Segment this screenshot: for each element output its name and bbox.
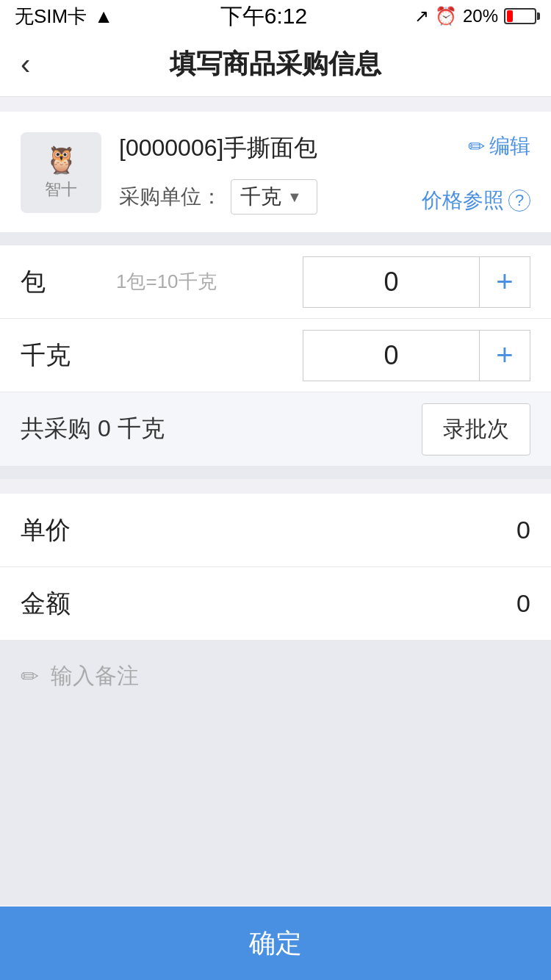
kg-input-right: + (303, 330, 530, 381)
bag-plus-button[interactable]: + (479, 256, 530, 308)
amount-row: 金额 0 (0, 567, 551, 641)
page-title: 填写商品采购信息 (170, 46, 381, 82)
unit-select[interactable]: 千克 ▼ (231, 179, 317, 215)
kg-label: 千克 (21, 339, 109, 372)
status-bar-left: 无SIM卡 ▲ (15, 4, 113, 29)
input-section: 包 1包=10千克 + 千克 + 共采购 0 千克 录批次 (0, 245, 551, 466)
thumb-text: 智十 (45, 179, 77, 201)
unit-price-row: 单价 0 (0, 494, 551, 567)
section-divider-2 (0, 466, 551, 479)
status-bar-time: 下午6:12 (220, 1, 307, 32)
bag-input-row: 包 1包=10千克 + (0, 245, 551, 319)
battery-icon (504, 8, 536, 24)
status-bar-right: ↗ ⏰ 20% (414, 6, 536, 26)
product-card: 🦉 智十 [0000006]手撕面包 采购单位： 千克 ▼ ✏ 编辑 价格参照 … (0, 112, 551, 232)
alarm-icon: ⏰ (435, 6, 457, 26)
record-batch-button[interactable]: 录批次 (422, 403, 530, 455)
product-thumbnail: 🦉 智十 (21, 132, 101, 213)
summary-text: 共采购 0 千克 (21, 413, 165, 445)
info-icon: ? (508, 190, 530, 212)
plus-icon: + (496, 265, 513, 298)
back-button[interactable]: ‹ (21, 48, 30, 81)
carrier-label: 无SIM卡 (15, 4, 87, 29)
bag-hint: 1包=10千克 (116, 269, 217, 295)
remark-inner: ✏ 输入备注 (21, 661, 530, 691)
battery-percentage: 20% (463, 6, 498, 26)
confirm-button[interactable]: 确定 (0, 907, 551, 980)
unit-value: 千克 (240, 183, 281, 211)
owl-icon: 🦉 (45, 145, 78, 176)
nav-bar: ‹ 填写商品采购信息 (0, 32, 551, 97)
remark-placeholder: 输入备注 (51, 661, 139, 691)
content-spacer (0, 788, 551, 905)
status-bar: 无SIM卡 ▲ 下午6:12 ↗ ⏰ 20% (0, 0, 551, 32)
wifi-icon: ▲ (94, 5, 113, 28)
unit-price-value: 0 (516, 516, 530, 544)
kg-quantity-input[interactable] (303, 330, 479, 381)
unit-price-label: 单价 (21, 514, 71, 547)
edit-button[interactable]: ✏ 编辑 (468, 132, 530, 160)
bag-quantity-input[interactable] (303, 256, 479, 308)
unit-label: 采购单位： (119, 183, 222, 211)
bag-label: 包 (21, 265, 109, 299)
bag-input-right: + (303, 256, 530, 308)
edit-icon: ✏ (468, 134, 485, 159)
remark-section[interactable]: ✏ 输入备注 (0, 641, 551, 788)
summary-row: 共采购 0 千克 录批次 (0, 392, 551, 466)
pencil-icon: ✏ (21, 663, 39, 689)
price-reference-button[interactable]: 价格参照 ? (422, 187, 530, 215)
chevron-down-icon: ▼ (287, 189, 302, 206)
kg-plus-button[interactable]: + (479, 330, 530, 381)
section-divider-1 (0, 232, 551, 245)
kg-input-row: 千克 + (0, 319, 551, 392)
price-section: 单价 0 金额 0 (0, 494, 551, 641)
amount-label: 金额 (21, 587, 71, 621)
location-icon: ↗ (414, 6, 429, 26)
amount-value: 0 (516, 589, 530, 618)
plus-icon-2: + (496, 339, 513, 372)
